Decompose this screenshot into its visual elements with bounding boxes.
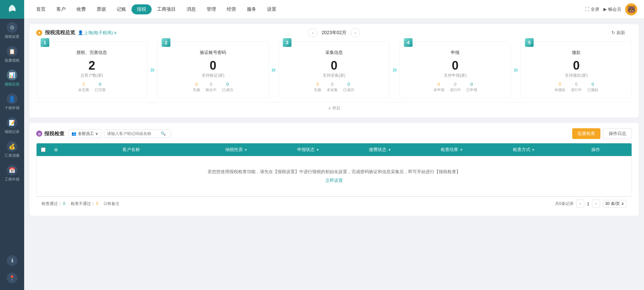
download-icon: ⬇ (7, 255, 17, 266)
stat-num: 0 (559, 82, 561, 87)
check-title: ◎ 报税检查 (36, 131, 64, 137)
step-1-label: 总客户数(家) (42, 73, 142, 78)
check-header: ◎ 报税检查 👥 全部员工 ∨ 🔍 批量检查 操作日志 (36, 128, 632, 139)
stat-num: 0 (592, 82, 594, 87)
month-navigation: ‹ 2023年02月 › (308, 28, 360, 38)
pagination: 共0条记录 ‹ 1 › 30 条/页 ∨ (555, 200, 627, 208)
sidebar-item-batch-tax[interactable]: 📋 批量报税 (0, 43, 24, 66)
filter-icon: ▼ (316, 148, 319, 152)
annual-report-icon: 📅 (7, 165, 17, 175)
sidebar-item-annual-report[interactable]: 📅 工商年报 (0, 161, 24, 185)
employee-filter-chevron: ∨ (95, 131, 98, 136)
batch-check-button[interactable]: 批量检查 (572, 128, 600, 139)
nav-tax[interactable]: 报税 (131, 4, 152, 14)
next-month-button[interactable]: › (351, 28, 360, 38)
customer-search-input[interactable] (107, 131, 161, 136)
nav-accounting[interactable]: 记账 (111, 4, 131, 14)
select-all-checkbox[interactable] (41, 147, 46, 152)
th-payment-status[interactable]: 缴费状态 ▼ (344, 143, 416, 156)
employee-filter-select[interactable]: 👥 全部员工 ∨ (68, 129, 101, 138)
app-logo[interactable] (0, 0, 24, 19)
check-table: ⚙ 客户名称 纳税性质 ▼ 申报状态 ▼ 缴费状态 ▼ (36, 143, 632, 197)
sidebar-item-tax-settings[interactable]: ⚙ 报税设置 (0, 19, 24, 43)
personal-filing-icon: 👤 (7, 93, 17, 104)
th-tax-nature[interactable]: 纳税性质 ▼ (201, 143, 272, 156)
th-gear[interactable]: ⚙ (50, 143, 62, 156)
prev-page-button[interactable]: ‹ (576, 200, 584, 208)
sidebar-item-location[interactable]: 📍 (0, 269, 24, 287)
stat-num: 0 (331, 82, 333, 87)
search-icon[interactable]: 🔍 (161, 131, 166, 136)
nav-business[interactable]: 工商项目 (152, 4, 181, 14)
collapse-button[interactable]: ∧ 收起 (36, 102, 632, 112)
nav-services[interactable]: 服务 (241, 4, 262, 14)
flow-arrow-2: » (269, 41, 278, 98)
nav-fees[interactable]: 收费 (71, 4, 91, 14)
customer-search-box[interactable]: 🔍 (104, 130, 171, 138)
step-3-label: 支持采集(家) (284, 73, 384, 78)
nav-invoices[interactable]: 票据 (91, 4, 111, 14)
prev-month-button[interactable]: ‹ (308, 28, 318, 38)
th-filing-status[interactable]: 申报状态 ▼ (272, 143, 344, 156)
page-size-selector[interactable]: 30 条/页 ∨ (603, 200, 627, 208)
step-1-stat-0: 2 未完善 (78, 82, 89, 92)
refresh-icon: ↻ (611, 30, 615, 35)
step-5-label: 支持缴款(家) (526, 73, 626, 78)
nav-messages[interactable]: 消息 (181, 4, 201, 14)
nav-operations[interactable]: 经营 (221, 4, 241, 14)
sidebar-item-personal-filing[interactable]: 👤 个税申报 (0, 90, 24, 114)
step-2-title: 验证账号密码 (163, 50, 263, 56)
step-3-count: 0 (284, 58, 384, 73)
step-5-stat-0: 0 未缴款 (554, 82, 566, 92)
pass-count-link[interactable]: 0 (63, 201, 65, 206)
next-page-button[interactable]: › (592, 200, 600, 208)
th-check-method[interactable]: 检查方式 ▼ (488, 143, 560, 156)
th-action: 操作 (560, 143, 632, 156)
step-4-stat-2: 0 已申报 (466, 82, 477, 92)
empty-message: 若您想使用报税检查功能，请先在【报税设置】中进行报税的初始化设置，完成密码验证和… (208, 167, 461, 176)
th-checkbox[interactable] (37, 143, 50, 156)
step-badge-1: 1 (41, 38, 49, 47)
sidebar-item-tax-records[interactable]: 📝 报税记录 (0, 114, 24, 138)
sidebar-item-tax-overview[interactable]: 📊 报税总览 (0, 66, 24, 90)
step-3-title: 采集信息 (284, 50, 384, 56)
main-area: 首页 客户 收费 票据 记账 报税 工商项目 消息 管理 经营 服务 设置 ⛶ … (24, 0, 644, 290)
step-4-count: 0 (405, 58, 505, 73)
nav-settings[interactable]: 设置 (262, 4, 282, 14)
setup-link[interactable]: 立即设置 (325, 176, 343, 185)
flow-step-2: 2 验证账号密码 0 支持验证(家) 0 失败 0 验证中 (157, 41, 269, 98)
nav-items: 首页 客户 收费 票据 记账 报税 工商项目 消息 管理 经营 服务 设置 (31, 4, 585, 14)
location-selector[interactable]: 👤 上海(电子税局) ∨ (78, 30, 117, 36)
clearance-icon: 💰 (7, 141, 17, 152)
user-avatar[interactable]: 🐻 (625, 3, 637, 15)
check-icon: ◎ (36, 131, 42, 137)
flow-arrow-1: » (148, 41, 157, 98)
nav-customers[interactable]: 客户 (51, 4, 71, 14)
step-4-stat-1: 0 进行中 (450, 82, 461, 92)
nav-management[interactable]: 管理 (201, 4, 221, 14)
flow-steps: 1 授权、完善信息 2 总客户数(家) 2 未完善 0 已完善 (36, 41, 632, 98)
page-content: + 报税流程总览 👤 上海(电子税局) ∨ ‹ 2023年02月 › ↻ 刷新 (24, 19, 644, 290)
nav-home[interactable]: 首页 (31, 4, 51, 14)
stat-num: 0 (99, 82, 101, 87)
step-1-title: 授权、完善信息 (42, 50, 142, 56)
flow-overview-header: + 报税流程总览 👤 上海(电子税局) ∨ ‹ 2023年02月 › ↻ 刷新 (36, 29, 632, 36)
operation-log-button[interactable]: 操作日志 (603, 128, 632, 139)
step-badge-4: 4 (404, 38, 413, 47)
step-1-stats: 2 未完善 0 已完善 (42, 82, 142, 92)
stat-num: 0 (195, 82, 198, 87)
step-5-stat-2: 0 已缴款 (587, 82, 598, 92)
step-1-stat-1: 0 已完善 (95, 82, 106, 92)
step-3-stat-0: 0 失败 (314, 82, 321, 92)
fail-count-link[interactable]: 0 (96, 201, 99, 206)
sidebar-item-clearance[interactable]: 💰 汇算清缴 (0, 138, 24, 161)
sidebar-item-download[interactable]: ⬇ (0, 252, 24, 269)
th-check-result[interactable]: 检查结果 ▼ (416, 143, 488, 156)
refresh-button[interactable]: ↻ 刷新 (611, 30, 625, 36)
fullscreen-button[interactable]: ⛶ 全屏 (585, 6, 599, 12)
plus-icon: + (36, 30, 42, 36)
flow-step-4: 4 申报 0 支持申报(家) 0 未申报 0 进行中 (399, 41, 511, 98)
stat-num: 0 (470, 82, 473, 87)
vip-button[interactable]: ▶ 畅会员 (603, 6, 621, 12)
step-3-stat-2: 0 已成功 (343, 82, 354, 92)
